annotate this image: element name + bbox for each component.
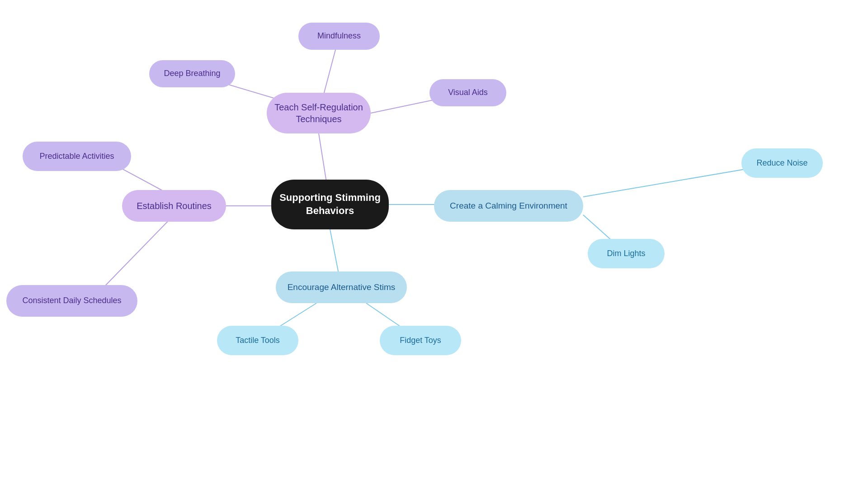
dim-lights-label: Dim Lights — [607, 248, 645, 259]
create-calming-label: Create a Calming Environment — [450, 200, 567, 212]
center-label: Supporting Stimming Behaviors — [271, 191, 389, 217]
tactile-tools-node: Tactile Tools — [217, 326, 298, 355]
mindfulness-node: Mindfulness — [298, 23, 380, 50]
teach-self-label: Teach Self-Regulation Techniques — [267, 101, 371, 125]
predictable-label: Predictable Activities — [39, 151, 114, 162]
consistent-label: Consistent Daily Schedules — [22, 295, 121, 306]
visual-aids-node: Visual Aids — [429, 79, 506, 106]
reduce-noise-node: Reduce Noise — [741, 148, 823, 178]
consistent-schedules-node: Consistent Daily Schedules — [6, 285, 137, 317]
deep-breathing-label: Deep Breathing — [164, 68, 220, 79]
dim-lights-node: Dim Lights — [588, 239, 665, 268]
reduce-noise-label: Reduce Noise — [756, 158, 807, 168]
fidget-toys-node: Fidget Toys — [380, 326, 461, 355]
fidget-label: Fidget Toys — [400, 335, 441, 346]
teach-self-node: Teach Self-Regulation Techniques — [267, 93, 371, 133]
center-node: Supporting Stimming Behaviors — [271, 180, 389, 229]
mindfulness-label: Mindfulness — [317, 31, 361, 41]
deep-breathing-node: Deep Breathing — [149, 60, 235, 87]
predictable-activities-node: Predictable Activities — [23, 142, 131, 171]
tactile-label: Tactile Tools — [236, 335, 280, 346]
establish-label: Establish Routines — [137, 200, 212, 212]
encourage-stims-node: Encourage Alternative Stims — [276, 271, 407, 303]
encourage-label: Encourage Alternative Stims — [288, 282, 396, 293]
create-calming-node: Create a Calming Environment — [434, 190, 583, 222]
visual-aids-label: Visual Aids — [448, 87, 488, 98]
establish-routines-node: Establish Routines — [122, 190, 226, 222]
